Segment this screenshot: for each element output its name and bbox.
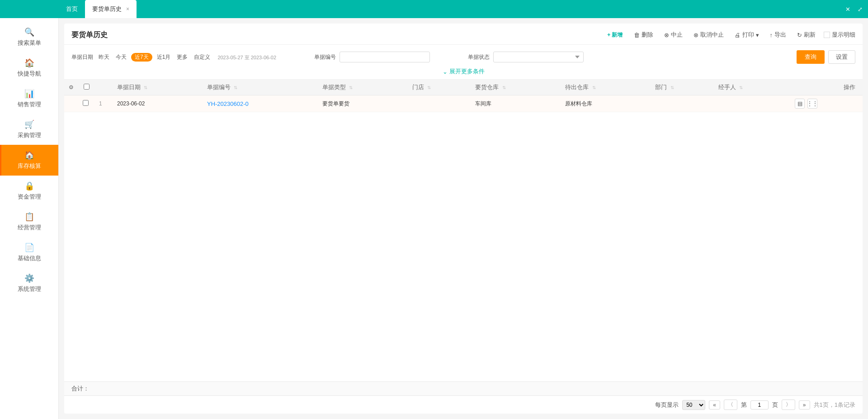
print-button[interactable]: 🖨 打印 ▾ [732, 29, 762, 41]
shortcut-yesterday[interactable]: 昨天 [97, 53, 111, 62]
sidebar-label-operations: 经营管理 [18, 224, 41, 232]
maximize-window-icon[interactable]: ⤢ [858, 6, 863, 13]
sidebar: 🔍 搜索菜单 🏠 快捷导航 📊 销售管理 🛒 采购管理 🏠 库存核算 🔒 资金管… [0, 18, 59, 419]
sort-store-icon: ⇅ [427, 85, 431, 90]
col-settings[interactable]: ⚙ [64, 80, 78, 95]
col-handler[interactable]: 经手人 ⇅ [714, 80, 790, 95]
cell-checkbox [78, 95, 94, 112]
cell-type: 要货单要货 [318, 95, 408, 112]
export-label: 导出 [774, 31, 786, 39]
col-code[interactable]: 单据编号 ⇅ [203, 80, 318, 95]
sidebar-item-search[interactable]: 🔍 搜索菜单 [0, 22, 58, 52]
col-operations: 操作 [790, 80, 863, 95]
col-checkbox [78, 80, 94, 95]
col-type[interactable]: 单据类型 ⇅ [318, 80, 408, 95]
col-department[interactable]: 部门 ⇅ [651, 80, 714, 95]
date-filter: 单据日期 昨天 今天 近7天 近1月 更多 自定义 2023-05-27 至 2… [71, 53, 276, 62]
prev-page-button[interactable]: 〈 [724, 400, 737, 410]
shortcut-7days[interactable]: 近7天 [131, 53, 152, 62]
sort-req-warehouse-icon: ⇅ [502, 85, 506, 90]
main-layout: 🔍 搜索菜单 🏠 快捷导航 📊 销售管理 🛒 采购管理 🏠 库存核算 🔒 资金管… [0, 18, 868, 419]
stop-button[interactable]: ⊗ 中止 [661, 29, 685, 41]
date-filter-label: 单据日期 [71, 53, 93, 61]
new-button[interactable]: + 新增 [604, 29, 625, 41]
cell-store [408, 95, 471, 112]
table-header-row: ⚙ 单据日期 ⇅ 单据编号 ⇅ [64, 80, 863, 95]
col-pending-warehouse[interactable]: 待出仓库 ⇅ [561, 80, 651, 95]
sidebar-item-operations[interactable]: 📋 经营管理 [0, 206, 58, 237]
delete-button[interactable]: 🗑 删除 [631, 29, 656, 41]
cancel-stop-icon: ⊗ [693, 32, 698, 38]
sidebar-item-quicknav[interactable]: 🏠 快捷导航 [0, 52, 58, 83]
home-icon: 🏠 [24, 58, 34, 68]
col-req-warehouse[interactable]: 要货仓库 ⇅ [471, 80, 561, 95]
close-window-icon[interactable]: ✕ [845, 6, 850, 13]
lock-icon: 🔒 [24, 181, 34, 191]
data-table: ⚙ 单据日期 ⇅ 单据编号 ⇅ [64, 80, 863, 112]
sidebar-item-finance[interactable]: 🔒 资金管理 [0, 176, 58, 206]
row-view-button[interactable]: ▤ [795, 99, 805, 109]
doc-icon: 📄 [24, 243, 34, 252]
header-actions: + 新增 🗑 删除 ⊗ 中止 ⊗ 取消中止 🖨 打 [604, 29, 855, 41]
sidebar-label-quicknav: 快捷导航 [18, 70, 41, 78]
query-button[interactable]: 查询 [797, 50, 825, 64]
shortcut-more[interactable]: 更多 [175, 53, 189, 62]
shortcut-1month[interactable]: 近1月 [155, 53, 173, 62]
last-page-button[interactable]: » [799, 400, 810, 409]
tab-home[interactable]: 首页 [59, 0, 85, 18]
tab-history[interactable]: 要货单历史 × [85, 0, 137, 18]
shortcut-today[interactable]: 今天 [114, 53, 128, 62]
sort-department-icon: ⇅ [670, 85, 674, 90]
cancel-stop-label: 取消中止 [700, 31, 724, 39]
select-all-checkbox[interactable] [84, 84, 90, 90]
first-page-button[interactable]: « [709, 400, 720, 409]
status-select[interactable] [493, 52, 584, 62]
page-label: 第 [741, 401, 747, 409]
bill-code-link[interactable]: YH-20230602-0 [207, 100, 249, 107]
sidebar-item-sales[interactable]: 📊 销售管理 [0, 83, 58, 114]
col-date[interactable]: 单据日期 ⇅ [113, 80, 203, 95]
settings-button[interactable]: 设置 [828, 50, 855, 64]
sidebar-item-basic[interactable]: 📄 基础信息 [0, 237, 58, 268]
page-number-input[interactable] [750, 400, 769, 409]
page-card: 要货单历史 + 新增 🗑 删除 ⊗ 中止 ⊗ 取消中止 [64, 24, 863, 414]
cancel-stop-button[interactable]: ⊗ 取消中止 [691, 29, 726, 41]
sidebar-item-inventory[interactable]: 🏠 库存核算 [0, 145, 58, 176]
col-store[interactable]: 门店 ⇅ [408, 80, 471, 95]
display-detail-checkbox[interactable] [824, 32, 830, 38]
table-row: 1 2023-06-02 YH-20230602-0 要货单要货 车间库 原材料… [64, 95, 863, 112]
cart-icon: 🛒 [24, 119, 34, 129]
display-detail-toggle[interactable]: 显示明细 [824, 31, 855, 39]
expand-more[interactable]: ⌄ 展开更多条件 [71, 67, 855, 76]
bill-number-filter: 单据编号 [314, 52, 430, 62]
page-title: 要货单历史 [71, 30, 108, 40]
sidebar-label-basic: 基础信息 [18, 254, 41, 262]
next-page-button[interactable]: 〉 [782, 400, 795, 410]
sort-pending-warehouse-icon: ⇅ [592, 85, 596, 90]
tab-close-icon[interactable]: × [126, 6, 129, 12]
sidebar-label-finance: 资金管理 [18, 193, 41, 201]
filter-row-1: 单据日期 昨天 今天 近7天 近1月 更多 自定义 2023-05-27 至 2… [71, 50, 855, 64]
row-more-button[interactable]: ⋮⋮ [807, 99, 817, 109]
bill-number-input[interactable] [340, 52, 430, 62]
gear-icon: ⚙️ [24, 273, 34, 283]
export-button[interactable]: ↑ 导出 [767, 29, 789, 41]
tab-home-label: 首页 [66, 5, 78, 13]
status-filter: 单据状态 [468, 52, 584, 62]
sidebar-label-purchase: 采购管理 [18, 131, 41, 139]
stop-icon: ⊗ [664, 32, 669, 38]
shortcut-custom[interactable]: 自定义 [192, 53, 212, 62]
row-checkbox[interactable] [83, 100, 89, 106]
page-header: 要货单历史 + 新增 🗑 删除 ⊗ 中止 ⊗ 取消中止 [64, 24, 863, 45]
sidebar-item-system[interactable]: ⚙️ 系统管理 [0, 268, 58, 299]
sidebar-item-purchase[interactable]: 🛒 采购管理 [0, 114, 58, 145]
status-label: 单据状态 [468, 53, 490, 61]
cell-operations: ▤ ⋮⋮ [790, 95, 863, 112]
sort-handler-icon: ⇅ [739, 85, 743, 90]
print-dropdown-icon: ▾ [756, 32, 759, 38]
page-size-select[interactable]: 2050100 [682, 400, 705, 410]
date-range-text: 2023-05-27 至 2023-06-02 [217, 54, 276, 61]
export-icon: ↑ [770, 32, 773, 38]
refresh-button[interactable]: ↻ 刷新 [794, 29, 818, 41]
inventory-icon: 🏠 [24, 150, 34, 160]
